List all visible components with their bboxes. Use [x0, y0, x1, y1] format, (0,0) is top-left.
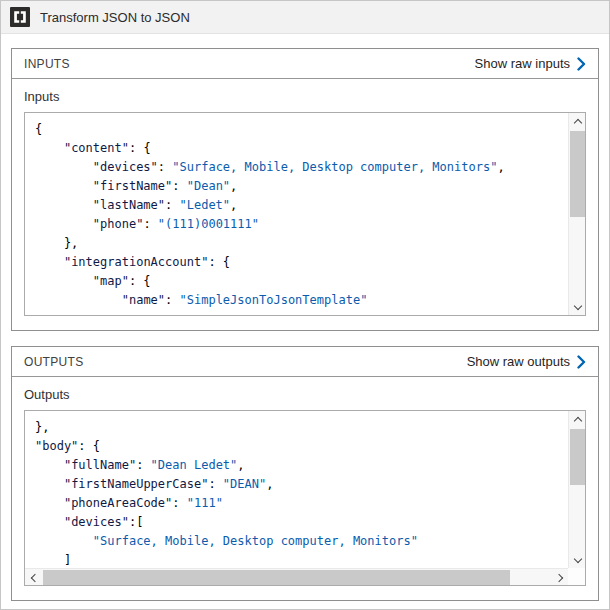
inputs-label: Inputs: [24, 89, 586, 105]
inputs-panel-header: INPUTS Show raw inputs: [12, 49, 598, 79]
chevron-right-icon: [577, 57, 586, 71]
scroll-right-button[interactable]: [551, 569, 568, 586]
transform-json-card: Transform JSON to JSON INPUTS Show raw i…: [0, 0, 610, 610]
scroll-up-button[interactable]: [569, 411, 586, 428]
code-line: },: [35, 234, 557, 253]
action-header[interactable]: Transform JSON to JSON: [1, 1, 609, 34]
chevron-right-icon: [554, 573, 562, 581]
outputs-panel-header: OUTPUTS Show raw outputs: [12, 347, 598, 377]
scroll-left-button[interactable]: [25, 569, 42, 586]
code-line: "lastName": "Ledet",: [35, 196, 557, 215]
code-line: "firstNameUpperCase": "DEAN",: [35, 475, 557, 494]
code-line: "body": {: [35, 437, 557, 456]
chevron-up-icon: [573, 416, 581, 424]
code-line: "Surface, Mobile, Desktop computer, Moni…: [35, 532, 557, 551]
inputs-heading: INPUTS: [24, 57, 70, 71]
outputs-heading: OUTPUTS: [24, 355, 83, 369]
vertical-scrollbar-thumb[interactable]: [570, 429, 585, 485]
outputs-panel: OUTPUTS Show raw outputs Outputs },"body…: [11, 346, 599, 601]
outputs-code-viewer[interactable]: },"body": { "fullName": "Dean Ledet", "f…: [24, 410, 586, 586]
chevron-right-icon: [577, 355, 586, 369]
inputs-panel-body: Inputs { "content": { "devices": "Surfac…: [12, 79, 598, 330]
show-raw-inputs-label: Show raw inputs: [475, 56, 570, 71]
scrollbar-corner: [568, 568, 585, 585]
action-title: Transform JSON to JSON: [40, 10, 190, 25]
inputs-code-viewer[interactable]: { "content": { "devices": "Surface, Mobi…: [24, 112, 586, 316]
code-line: },: [35, 418, 557, 437]
show-raw-outputs-link[interactable]: Show raw outputs: [467, 354, 586, 369]
code-line: "content": {: [35, 139, 557, 158]
code-line: "name": "SimpleJsonToJsonTemplate": [35, 291, 557, 310]
code-line: "phoneAreaCode": "111": [35, 494, 557, 513]
transform-json-icon: [10, 7, 30, 27]
code-line: "devices": "Surface, Mobile, Desktop com…: [35, 158, 557, 177]
code-line: "integrationAccount": {: [35, 253, 557, 272]
code-line: {: [35, 120, 557, 139]
vertical-scrollbar-thumb[interactable]: [570, 131, 585, 217]
scroll-up-button[interactable]: [569, 113, 586, 130]
chevron-down-icon: [573, 554, 581, 562]
chevron-left-icon: [30, 573, 38, 581]
scroll-down-button[interactable]: [569, 551, 586, 568]
scroll-down-button[interactable]: [569, 298, 586, 315]
inputs-vertical-scrollbar[interactable]: [568, 113, 585, 315]
horizontal-scrollbar-thumb[interactable]: [43, 570, 510, 585]
chevron-down-icon: [573, 301, 581, 309]
code-line: "map": {: [35, 272, 557, 291]
inputs-panel: INPUTS Show raw inputs Inputs { "content…: [11, 48, 599, 331]
code-line: "firstName": "Dean",: [35, 177, 557, 196]
code-line: "phone": "(111)0001111": [35, 215, 557, 234]
outputs-vertical-scrollbar[interactable]: [568, 411, 585, 568]
outputs-code: },"body": { "fullName": "Dean Ledet", "f…: [25, 411, 585, 570]
outputs-horizontal-scrollbar[interactable]: [25, 568, 568, 585]
inputs-code: { "content": { "devices": "Surface, Mobi…: [25, 113, 585, 310]
outputs-panel-body: Outputs },"body": { "fullName": "Dean Le…: [12, 377, 598, 600]
code-line: "fullName": "Dean Ledet",: [35, 456, 557, 475]
show-raw-outputs-label: Show raw outputs: [467, 354, 570, 369]
chevron-up-icon: [573, 118, 581, 126]
show-raw-inputs-link[interactable]: Show raw inputs: [475, 56, 586, 71]
outputs-label: Outputs: [24, 387, 586, 403]
code-line: "devices":[: [35, 513, 557, 532]
